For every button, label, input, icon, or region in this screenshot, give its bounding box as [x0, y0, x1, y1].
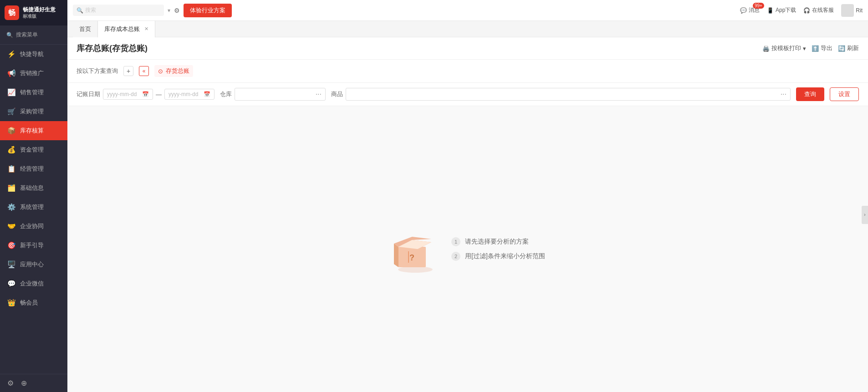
topbar-search[interactable]: 🔍 搜索: [73, 5, 164, 16]
filter-add-button[interactable]: +: [123, 66, 133, 76]
scheme-name: 存货总账: [166, 67, 189, 75]
svg-text:?: ?: [409, 253, 414, 262]
sidebar-item-basic[interactable]: 🗂️ 基础信息: [0, 178, 67, 198]
sidebar-item-member[interactable]: 👑 畅会员: [0, 293, 67, 312]
date-field: 记账日期 yyyy-mm-dd 📅 — yyyy-mm-dd 📅: [77, 89, 214, 100]
message-action[interactable]: 💬 消息 99+: [740, 6, 760, 14]
goods-input[interactable]: ···: [346, 88, 791, 101]
sidebar: 畅 畅捷通好生意 标准版 🔍 搜索菜单 ⚡ 快捷导航 📢 营销推广 📈 销售管理…: [0, 0, 67, 392]
topbar-search-text: 搜索: [85, 6, 96, 14]
sidebar-item-app-center[interactable]: 🖥️ 应用中心: [0, 255, 67, 274]
date-field-label: 记账日期: [77, 90, 100, 98]
app-center-icon: 🖥️: [7, 260, 15, 269]
step-2-text: 用[过滤]条件来缩小分析范围: [465, 252, 545, 260]
logo-icon: 畅: [5, 5, 19, 20]
sidebar-item-wechat[interactable]: 💬 企业微信: [0, 274, 67, 293]
brand-name: 畅捷通好生意: [23, 6, 56, 14]
message-badge: 99+: [753, 3, 764, 9]
empty-content: ? 1 请先选择要分析的方案 2 用[过滤]条件来缩小分析范围: [390, 224, 545, 274]
sidebar-item-inventory[interactable]: 📦 库存核算: [0, 121, 67, 140]
date-start-placeholder: yyyy-mm-dd: [107, 91, 137, 97]
inventory-icon: 📦: [7, 127, 15, 135]
sidebar-item-label: 库存核算: [20, 127, 44, 135]
online-service-label: 在线客服: [812, 6, 834, 14]
empty-steps: 1 请先选择要分析的方案 2 用[过滤]条件来缩小分析范围: [451, 237, 545, 261]
sidebar-item-purchase[interactable]: 🛒 采购管理: [0, 102, 67, 121]
warehouse-more-icon: ···: [316, 90, 322, 98]
step-1-num: 1: [451, 237, 460, 246]
tab-home[interactable]: 首页: [73, 21, 98, 37]
print-dropdown-icon[interactable]: ▾: [803, 45, 806, 52]
page-header-actions: 🖨️ 按模板打印 ▾ ⬆️ 导出 🔄 刷新: [762, 44, 859, 52]
sidebar-search-area[interactable]: 🔍 搜索菜单: [0, 25, 67, 45]
right-panel-toggle[interactable]: ›: [862, 206, 868, 224]
warehouse-input[interactable]: ···: [235, 88, 326, 101]
print-template-button[interactable]: 🖨️ 按模板打印 ▾: [762, 44, 806, 52]
tab-close-icon[interactable]: ✕: [144, 26, 148, 32]
filter-collapse-button[interactable]: «: [139, 66, 149, 76]
topbar-actions: 💬 消息 99+ 📱 App下载 🎧 在线客服 Rit: [740, 4, 863, 17]
scheme-icon: ⊙: [158, 68, 163, 75]
sidebar-item-enterprise[interactable]: 🤝 企业协同: [0, 217, 67, 236]
warehouse-field: 仓库 ···: [220, 88, 326, 101]
app-logo: 畅 畅捷通好生意 标准版: [0, 0, 67, 25]
brand-sub: 标准版: [23, 13, 56, 20]
sidebar-item-operation[interactable]: 📋 经营管理: [0, 159, 67, 178]
search-menu-button[interactable]: 🔍 搜索菜单: [5, 29, 63, 41]
member-icon: 👑: [7, 299, 15, 307]
home-tab-label: 首页: [79, 25, 91, 33]
goods-field: 商品 ···: [331, 88, 791, 101]
empty-step-2: 2 用[过滤]条件来缩小分析范围: [451, 252, 545, 261]
sidebar-item-system[interactable]: ⚙️ 系统管理: [0, 198, 67, 217]
app-download-label: App下载: [776, 6, 796, 14]
sidebar-item-sales[interactable]: 📈 销售管理: [0, 83, 67, 102]
refresh-button[interactable]: 🔄 刷新: [838, 44, 859, 52]
online-service-action[interactable]: 🎧 在线客服: [803, 6, 834, 14]
service-icon: 🎧: [803, 7, 810, 14]
industry-solution-button[interactable]: 体验行业方案: [184, 4, 232, 17]
svg-marker-4: [394, 244, 398, 267]
export-button[interactable]: ⬆️ 导出: [812, 44, 832, 52]
calendar-end-icon: 📅: [204, 91, 210, 97]
refresh-icon: 🔄: [838, 45, 845, 52]
settings-footer-icon[interactable]: ⚙: [7, 379, 14, 387]
sidebar-item-marketing[interactable]: 📢 营销推广: [0, 64, 67, 83]
search-icon: 🔍: [6, 32, 13, 38]
topbar-gear-icon[interactable]: ⚙: [174, 7, 180, 14]
scheme-item[interactable]: ⊙ 存货总账: [154, 65, 193, 77]
sidebar-item-label: 营销推广: [20, 69, 44, 77]
message-icon: 💬: [740, 7, 747, 14]
sidebar-item-label: 经营管理: [20, 165, 44, 173]
sidebar-nav: ⚡ 快捷导航 📢 营销推广 📈 销售管理 🛒 采购管理 📦 库存核算 💰 资金管…: [0, 45, 67, 374]
date-end-placeholder: yyyy-mm-dd: [168, 91, 198, 97]
search-menu-label: 搜索菜单: [16, 31, 38, 39]
marketing-icon: 📢: [7, 69, 15, 77]
page-header: 库存总账(存货总账) 🖨️ 按模板打印 ▾ ⬆️ 导出 🔄 刷新: [67, 37, 868, 60]
sidebar-item-finance[interactable]: 💰 资金管理: [0, 140, 67, 159]
empty-step-1: 1 请先选择要分析的方案: [451, 237, 545, 246]
user-avatar[interactable]: Rit: [841, 4, 863, 17]
print-icon: 🖨️: [762, 45, 770, 52]
purchase-icon: 🛒: [7, 107, 15, 116]
tab-inventory-cost[interactable]: 库存成本总账 ✕: [98, 21, 155, 37]
sidebar-footer: ⚙ ⊕: [0, 374, 67, 392]
user-name: Rit: [856, 7, 863, 14]
sidebar-item-newbie[interactable]: 🎯 新手引导: [0, 236, 67, 255]
setting-button[interactable]: 设置: [830, 87, 859, 101]
date-start-input[interactable]: yyyy-mm-dd 📅: [103, 89, 153, 100]
calendar-icon: 📅: [142, 91, 149, 97]
sidebar-item-quick-nav[interactable]: ⚡ 快捷导航: [0, 45, 67, 64]
filter-scheme-area: 按以下方案查询 + « ⊙ 存货总账: [67, 60, 868, 83]
quick-nav-icon: ⚡: [7, 50, 15, 58]
sales-icon: 📈: [7, 88, 15, 97]
topbar-chevron-icon[interactable]: ▾: [168, 7, 170, 14]
app-download-action[interactable]: 📱 App下载: [767, 6, 796, 14]
sidebar-item-label: 企业协同: [20, 222, 44, 230]
newbie-icon: 🎯: [7, 241, 15, 249]
collapse-icon[interactable]: ⊕: [21, 379, 27, 387]
date-separator: —: [156, 91, 162, 98]
sidebar-item-label: 系统管理: [20, 203, 44, 211]
date-end-input[interactable]: yyyy-mm-dd 📅: [164, 89, 214, 100]
search-button[interactable]: 查询: [796, 87, 824, 101]
print-template-label: 按模板打印: [771, 44, 801, 52]
